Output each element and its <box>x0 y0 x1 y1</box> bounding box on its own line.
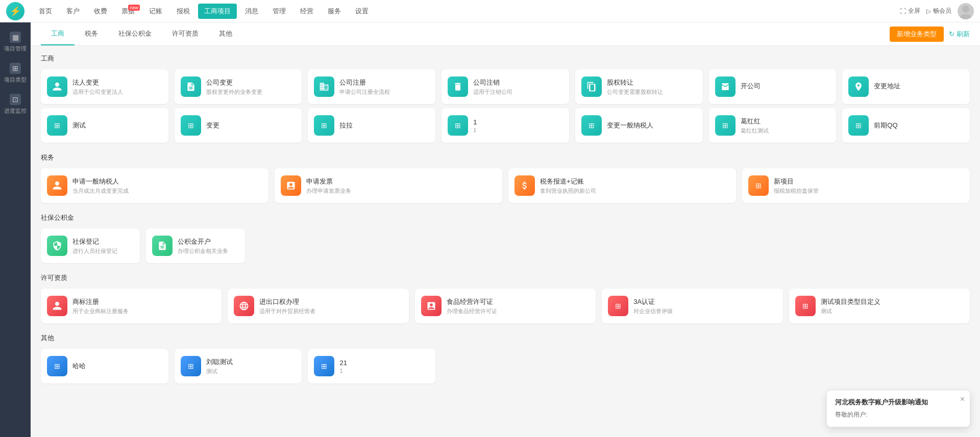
tab-qita[interactable]: 其他 <box>209 23 242 45</box>
card-icon-gqzr <box>581 76 602 97</box>
card-name-ceshi-xuke: 测试项目类型目定义 <box>821 297 964 306</box>
card-name-shuiwu-baodao: 税务报道+记账 <box>540 177 730 186</box>
card-shipinjy[interactable]: 食品经营许可证 办理食品经营许可证 <box>415 289 596 323</box>
card-icon-3a: ⊞ <box>608 296 628 316</box>
card-xin-xiangmu[interactable]: ⊞ 新项目 报税加税控盘保管 <box>742 168 970 203</box>
card-name-3a: 3A认证 <box>633 297 776 306</box>
card-desc-faziren: 适用于公司变更法人 <box>72 88 162 96</box>
card-icon-bgdizhi <box>848 76 869 97</box>
card-icon-biangeng2: ⊞ <box>581 115 602 136</box>
card-name-gszhu: 公司注册 <box>339 78 429 87</box>
card-info-gsbiangeng: 公司变更 股权变更外的业务变更 <box>206 78 296 96</box>
nav-service[interactable]: 服务 <box>322 4 347 19</box>
sidebar-label-progress: 进度监控 <box>4 107 27 115</box>
gongshang-card-grid-1: 法人变更 适用于公司变更法人 公司变更 股权变更外的业务变更 公司注册 <box>41 69 970 104</box>
card-icon-gehonghong: ⊞ <box>715 115 736 136</box>
nav-bizproject[interactable]: 工商项目 <box>198 4 237 19</box>
sidebar-item-progress[interactable]: ⊡ 进度监控 <box>0 89 31 120</box>
card-name-kaigs: 开公司 <box>741 82 830 91</box>
card-ceshi-xuke[interactable]: ⊞ 测试项目类型目定义 测试 <box>789 289 970 323</box>
play-button[interactable]: ▷ 畅会员 <box>926 7 951 15</box>
card-gszhu[interactable]: 公司注册 申请公司注册全流程 <box>308 69 435 104</box>
notification-popup: × 河北税务数字账户升级影响通知 尊敬的用户: <box>827 391 970 402</box>
card-name-shipinjy: 食品经营许可证 <box>447 297 590 306</box>
card-name-shangbiao: 商标注册 <box>72 297 215 306</box>
card-desc-ceshi-xuke: 测试 <box>821 307 964 315</box>
shebao-card-grid: 社保登记 进行人员社保登记 公积金开户 办理公积金相关业务 <box>41 228 245 263</box>
card-bgdizhi[interactable]: 变更地址 <box>842 69 970 104</box>
card-info-one: 1 1 <box>473 118 563 133</box>
notification-close[interactable]: × <box>960 395 965 402</box>
card-desc-shenqing-yibannsr: 当月或次月成变更完成 <box>72 187 262 195</box>
tab-shuiwu[interactable]: 税务 <box>75 23 108 45</box>
card-gqzr[interactable]: 股权转让 公司变更需要股权转让 <box>575 69 703 104</box>
section-title-qita: 其他 <box>41 333 970 343</box>
project-type-icon: ⊞ <box>10 63 21 74</box>
nav-home[interactable]: 首页 <box>33 4 58 19</box>
sidebar-label-project-type: 项目类型 <box>4 76 27 84</box>
qita-card-grid: ⊞ 哈哈 ⊞ 刘聪测试 测试 ⊞ 21 1 <box>41 349 970 383</box>
tab-shebao[interactable]: 社保公积金 <box>108 23 162 45</box>
nav-tax[interactable]: 报税 <box>170 4 196 19</box>
card-info-3a: 3A认证 对企业信誉评级 <box>633 297 776 315</box>
section-title-xuke: 许可资质 <box>41 273 970 282</box>
nav-manage[interactable]: 管理 <box>266 4 292 19</box>
card-biangeng2[interactable]: ⊞ 变更一般纳税人 <box>575 108 703 143</box>
card-desc-jcq: 适用于对外贸易经营者 <box>259 307 402 315</box>
card-21[interactable]: ⊞ 21 1 <box>308 349 435 383</box>
card-info-biangeng: 变更 <box>206 121 296 130</box>
card-name-21: 21 <box>339 359 429 367</box>
card-name-xin-xiangmu: 新项目 <box>774 177 964 186</box>
nav-operation[interactable]: 经营 <box>294 4 320 19</box>
card-gsbiangeng[interactable]: 公司变更 股权变更外的业务变更 <box>175 69 302 104</box>
card-name-liucong: 刘聪测试 <box>206 357 296 367</box>
card-shebao-dengji[interactable]: 社保登记 进行人员社保登记 <box>41 228 140 263</box>
card-desc-shuiwu-baodao: 拿到营业执照的新公司 <box>540 187 730 195</box>
card-shenqing-fapiao[interactable]: 申请发票 办理申请发票业务 <box>275 168 502 203</box>
nav-settings[interactable]: 设置 <box>349 4 375 19</box>
card-shenqing-yibannshr[interactable]: 申请一般纳税人 当月或次月成变更完成 <box>41 168 268 203</box>
card-gjj-kaihu[interactable]: 公积金开户 办理公积金相关业务 <box>146 228 245 263</box>
card-icon-21: ⊞ <box>314 356 334 376</box>
card-ceshi[interactable]: ⊞ 测试 <box>41 108 168 143</box>
card-one[interactable]: ⊞ 1 1 <box>442 108 569 143</box>
card-3a[interactable]: ⊞ 3A认证 对企业信誉评级 <box>602 289 782 323</box>
tab-gongshang[interactable]: 工商 <box>41 23 75 45</box>
card-gszhu2[interactable]: 公司注销 适用于注销公司 <box>442 69 569 104</box>
card-qianqiqq[interactable]: ⊞ 前期QQ <box>842 108 970 143</box>
card-liucong[interactable]: ⊞ 刘聪测试 测试 <box>175 349 302 383</box>
card-haha[interactable]: ⊞ 哈哈 <box>41 349 168 383</box>
sidebar-item-project-manage[interactable]: ▦ 项目管理 <box>0 27 31 58</box>
card-info-shenqing-fapiao: 申请发票 办理申请发票业务 <box>306 177 496 195</box>
card-desc-gqzr: 公司变更需要股权转让 <box>607 88 697 96</box>
xuke-card-grid: 商标注册 用于企业商标注册服务 进出口权办理 适用于对外贸易经营者 食品经营 <box>41 289 970 323</box>
card-jcq[interactable]: 进出口权办理 适用于对外贸易经营者 <box>228 289 408 323</box>
card-shuiwu-baodao[interactable]: 税务报道+记账 拿到营业执照的新公司 <box>508 168 736 203</box>
nav-charge[interactable]: 收费 <box>88 4 113 19</box>
card-name-shenqing-yibannsr: 申请一般纳税人 <box>72 177 262 186</box>
card-kaigs[interactable]: 开公司 <box>709 69 837 104</box>
nav-bookkeep[interactable]: 记账 <box>143 4 168 19</box>
refresh-icon: ↻ <box>949 30 954 38</box>
card-gehonghong[interactable]: ⊞ 葛红红 葛红红测试 <box>709 108 837 143</box>
card-lala[interactable]: ⊞ 拉拉 <box>308 108 435 143</box>
logo[interactable]: ⚡ <box>6 2 24 20</box>
card-name-qianqiqq: 前期QQ <box>874 121 964 130</box>
nav-message[interactable]: 消息 <box>239 4 264 19</box>
nav-customer[interactable]: 客户 <box>60 4 86 19</box>
user-avatar[interactable] <box>958 3 974 19</box>
card-icon-ceshi-xuke: ⊞ <box>795 296 816 316</box>
fullscreen-button[interactable]: ⛶ 全屏 <box>900 7 920 15</box>
tab-xuke[interactable]: 许可资质 <box>162 23 209 45</box>
card-shangbiao[interactable]: 商标注册 用于企业商标注册服务 <box>41 289 222 323</box>
refresh-button[interactable]: ↻ 刷新 <box>949 30 970 39</box>
card-faziren[interactable]: 法人变更 适用于公司变更法人 <box>41 69 168 104</box>
card-info-gqzr: 股权转让 公司变更需要股权转让 <box>607 78 697 96</box>
section-title-shuiwu: 税务 <box>41 153 970 162</box>
nav-ticket[interactable]: 票据 new <box>115 4 141 19</box>
card-biangeng[interactable]: ⊞ 变更 <box>175 108 302 143</box>
sidebar-item-project-type[interactable]: ⊞ 项目类型 <box>0 58 31 89</box>
add-type-button[interactable]: 新增业务类型 <box>890 27 944 42</box>
fullscreen-icon: ⛶ <box>900 8 906 15</box>
notification-title: 河北税务数字账户升级影响通知 <box>835 398 962 402</box>
